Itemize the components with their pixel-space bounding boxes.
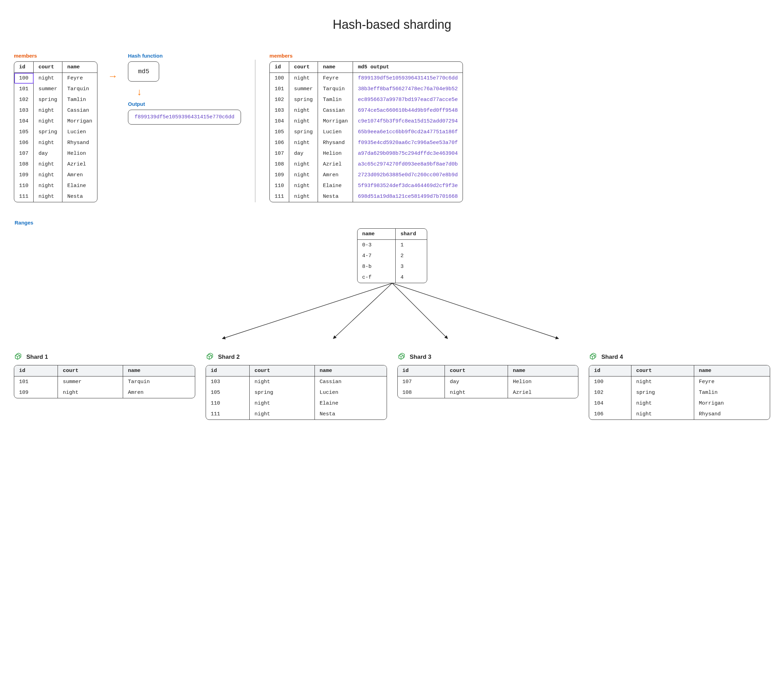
cell-id: 108 [270,159,289,170]
cell-id: 109 [14,170,34,180]
cell-name: Azriel [318,159,353,170]
cell-md5: f0935e4cd5920aa6c7c996a5ee53a70f [353,137,463,148]
cell-court: night [445,387,508,398]
table-row: 105springLucien [14,127,97,137]
cell-md5: a97da629b098b75c294dffdc3e463904 [353,148,463,159]
shard-icon [14,353,23,361]
vertical-divider [255,60,256,202]
cell-name: Amren [318,170,353,180]
cell-court: spring [249,387,315,398]
cell-court: night [289,73,318,84]
col-range-shard: shard [396,229,427,240]
col-md5: md5 output [353,62,463,73]
cell-court: night [631,409,694,420]
svg-line-3 [392,283,559,339]
hash-function-label: Hash function [128,53,163,59]
fanout-arrows [184,283,600,342]
col-name: name [318,62,353,73]
cell-court: night [631,398,694,409]
cell-id: 105 [270,127,289,137]
table-row: 4-72 [357,250,427,261]
table-row: 110nightElaine [14,180,97,191]
cell-court: day [289,148,318,159]
cell-name: Helion [508,376,579,387]
svg-line-2 [392,283,448,339]
cell-name: Lucien [318,127,353,137]
top-row: members id court name 100nightFeyre101su… [14,53,770,202]
table-row: 102springTamlin [14,95,97,105]
cell-name: Feyre [318,73,353,84]
cell-court: night [34,105,62,116]
table-row: 110nightElaine [206,398,386,409]
table-row: 0-31 [357,240,427,251]
col-court: court [631,365,694,376]
table-row: 111nightNesta [206,409,386,420]
cell-id: 111 [270,191,289,202]
cell-court: summer [34,83,62,95]
cell-name: Amren [123,387,195,398]
shard-table: idcourtname101summerTarquin109nightAmren [14,365,195,399]
cell-name: Nesta [62,191,98,202]
table-row: 106nightRhysand [589,409,770,420]
col-name: name [123,365,195,376]
col-court: court [34,62,62,73]
members-wide-block: members id court name md5 output 100nigh… [269,53,463,202]
shard-block: Shard 3idcourtname107dayHelion108nightAz… [398,353,579,420]
cell-md5: 38b3eff8baf56627478ec76a704e9b52 [353,83,463,95]
shard-header: Shard 2 [205,353,387,361]
cell-court: night [289,105,318,116]
shard-header: Shard 3 [398,353,579,361]
page-title: Hash-based sharding [14,17,770,32]
cell-md5: 5f93f983524def3dca464469d2cf9f3e [353,180,463,191]
shard-block: Shard 2idcourtname103nightCassian105spri… [205,353,387,420]
cell-court: summer [289,83,318,95]
output-label: Output [128,101,145,107]
cell-range-shard: 2 [396,250,427,261]
cell-id: 102 [14,95,34,105]
cell-id: 104 [270,116,289,127]
cell-id: 101 [270,83,289,95]
cell-court: day [445,376,508,387]
cell-id: 102 [589,387,631,398]
cell-name: Amren [62,170,98,180]
cell-name: Elaine [318,180,353,191]
cell-court: night [34,159,62,170]
cell-name: Nesta [318,191,353,202]
cell-name: Lucien [62,127,98,137]
cell-court: spring [34,127,62,137]
cell-name: Tamlin [62,95,98,105]
cell-court: night [249,409,315,420]
cell-name: Feyre [62,73,98,84]
cell-md5: 6974ce5ac660610b44d9b9fed0ff9548 [353,105,463,116]
table-row: 103nightCassian [206,376,386,387]
table-row: 111nightNesta698d51a19d8a121ce581499d7b7… [270,191,463,202]
table-row: 101summerTarquin [14,83,97,95]
shard-title: Shard 2 [218,354,240,361]
shard-icon [205,353,215,361]
members-label-left: members [14,53,98,59]
shard-title: Shard 1 [26,354,48,361]
cell-id: 107 [270,148,289,159]
cell-id: 107 [398,376,445,387]
table-row: 107dayHeliona97da629b098b75c294dffdc3e46… [270,148,463,159]
cell-name: Helion [62,148,98,159]
shard-block: Shard 1idcourtname101summerTarquin109nig… [14,353,195,420]
col-court: court [58,365,123,376]
table-row: 104nightMorrigan [14,116,97,127]
members-small-block: members id court name 100nightFeyre101su… [14,53,98,202]
arrow-right-icon: → [108,71,117,82]
cell-id: 109 [270,170,289,180]
cell-name: Cassian [318,105,353,116]
col-id: id [14,62,34,73]
table-row: 101summerTarquin [14,376,195,387]
cell-court: night [289,191,318,202]
shard-title: Shard 3 [410,354,431,361]
cell-court: spring [34,95,62,105]
table-row: 108nightAzriela3c65c2974270fd093ee8a9bf8… [270,159,463,170]
table-row: 108nightAzriel [398,387,579,398]
table-row: c-f4 [357,272,427,283]
cell-name: Tamlin [694,387,770,398]
table-row: 104nightMorrigan [589,398,770,409]
ranges-table: name shard 0-314-728-b3c-f4 [357,228,427,283]
cell-md5: 2723d092b63885e0d7c260cc007e8b9d [353,170,463,180]
